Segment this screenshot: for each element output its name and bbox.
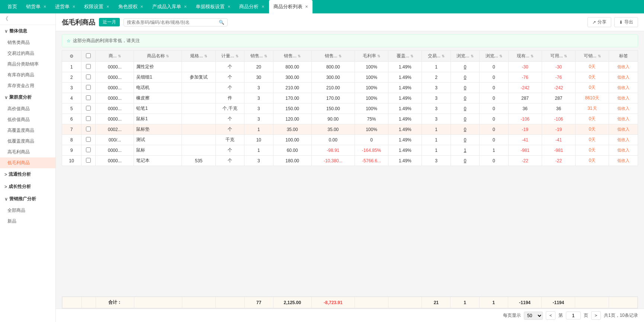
row-browse1[interactable]: 0	[451, 124, 479, 135]
sidebar-item-high-profit[interactable]: 高毛利商品	[0, 147, 55, 157]
row-browse1[interactable]: 0	[451, 114, 479, 124]
close-icon[interactable]: ×	[106, 4, 109, 9]
row-select-checkbox[interactable]	[86, 85, 91, 90]
row-checkbox[interactable]	[81, 156, 96, 166]
nav-role[interactable]: 角色授权 ×	[114, 0, 148, 13]
nav-sales[interactable]: 销货单 ×	[22, 0, 51, 13]
sidebar-group-cluster[interactable]: ∨聚群度分析	[0, 91, 55, 103]
nav-product-analysis-list[interactable]: 商品分析列表 ×	[269, 0, 313, 13]
sidebar-item-high-coverage[interactable]: 高覆盖度商品	[0, 125, 55, 136]
sidebar-collapse-btn[interactable]: 《	[3, 16, 8, 22]
row-checkbox[interactable]	[81, 103, 96, 114]
row-saleable: 0天	[576, 83, 609, 93]
close-icon[interactable]: ×	[262, 4, 265, 9]
close-icon[interactable]: ×	[44, 4, 47, 9]
sidebar-item-all-products[interactable]: 全部商品	[0, 205, 55, 216]
row-browse1[interactable]: 0	[451, 72, 479, 83]
row-checkbox[interactable]	[81, 72, 96, 83]
col-sale-count[interactable]: 销售... ⇅	[244, 51, 273, 62]
search-input[interactable]	[127, 20, 217, 25]
page-input[interactable]	[566, 312, 581, 319]
date-filter-button[interactable]: 近一月	[99, 18, 120, 26]
col-name[interactable]: 商品名称 ⇅	[134, 51, 182, 62]
sidebar-item-low-value[interactable]: 低价值商品	[0, 114, 55, 125]
row-select-checkbox[interactable]	[86, 147, 91, 152]
row-checkbox[interactable]	[81, 124, 96, 135]
sidebar-item-high-value[interactable]: 高价值商品	[0, 103, 55, 114]
nav-purchase[interactable]: 进货单 ×	[51, 0, 80, 13]
col-unit[interactable]: 计量... ⇅	[215, 51, 244, 62]
sidebar-item-low-profit[interactable]: 低毛利商品	[0, 157, 55, 168]
row-browse1[interactable]: 0	[451, 83, 479, 93]
share-button[interactable]: ↗ 分享	[587, 17, 611, 27]
row-browse2: 0	[480, 114, 508, 124]
row-select-checkbox[interactable]	[86, 95, 91, 100]
close-icon[interactable]: ×	[184, 4, 187, 9]
row-checkbox[interactable]	[81, 93, 96, 103]
row-select-checkbox[interactable]	[86, 64, 91, 69]
nav-permission[interactable]: 权限设置 ×	[80, 0, 113, 13]
sidebar-item-traded-products[interactable]: 交易过的商品	[0, 48, 55, 59]
per-page-select[interactable]: 10 20 50 100	[524, 312, 543, 320]
nav-home[interactable]: 首页	[3, 0, 22, 13]
prev-page-button[interactable]: ＜	[546, 311, 555, 320]
col-tag[interactable]: 标签	[609, 51, 638, 62]
row-select-checkbox[interactable]	[86, 74, 91, 79]
nav-product-entry[interactable]: 产成品入库单 ×	[148, 0, 191, 13]
close-icon[interactable]: ×	[73, 4, 76, 9]
sidebar-item-low-coverage[interactable]: 低覆盖度商品	[0, 136, 55, 147]
col-coverage[interactable]: 覆盖... ⇅	[388, 51, 422, 62]
col-settings[interactable]: ⚙	[62, 51, 81, 62]
row-spec	[182, 135, 215, 145]
col-code[interactable]: 商... ⇅	[96, 51, 134, 62]
row-browse1[interactable]: 0	[451, 62, 479, 72]
sidebar-item-capital[interactable]: 库存资金占用	[0, 80, 55, 91]
row-checkbox[interactable]	[81, 135, 96, 145]
col-trade[interactable]: 交易... ⇅	[422, 51, 451, 62]
row-select-checkbox[interactable]	[86, 116, 91, 121]
row-checkbox[interactable]	[81, 83, 96, 93]
row-checkbox[interactable]	[81, 62, 96, 72]
col-browse1[interactable]: 浏览... ⇅	[451, 51, 479, 62]
row-gross-margin: 0	[355, 135, 388, 145]
row-browse1[interactable]: 1	[451, 145, 479, 156]
sidebar-group-overall[interactable]: ∨整体信息	[0, 25, 55, 37]
close-icon[interactable]: ×	[305, 4, 308, 9]
sidebar-item-new-products[interactable]: 新品	[0, 216, 55, 227]
col-sale-profit[interactable]: 销售... ⇅	[311, 51, 355, 62]
sidebar-item-category-rate[interactable]: 商品分类助销率	[0, 59, 55, 70]
sidebar-item-stocked[interactable]: 有库存的商品	[0, 70, 55, 80]
nav-template[interactable]: 单据模板设置 ×	[191, 0, 235, 13]
close-icon[interactable]: ×	[140, 4, 143, 9]
row-select-checkbox[interactable]	[86, 127, 91, 131]
sidebar-group-growth[interactable]: >成长性分析	[0, 181, 55, 193]
close-icon[interactable]: ×	[228, 4, 231, 9]
col-browse2[interactable]: 浏览... ⇅	[480, 51, 508, 62]
col-checkbox[interactable]	[81, 51, 96, 62]
row-browse1[interactable]: 0	[451, 103, 479, 114]
col-sale-price[interactable]: 销售... ⇅	[273, 51, 311, 62]
nav-product-analysis[interactable]: 商品分析 ×	[235, 0, 269, 13]
select-all-checkbox[interactable]	[86, 53, 91, 58]
row-num: 2	[62, 72, 81, 83]
search-icon[interactable]: 🔍	[219, 20, 224, 25]
export-button[interactable]: ⬇ 导出	[614, 17, 638, 27]
row-checkbox[interactable]	[81, 145, 96, 156]
sidebar-group-marketing[interactable]: ∨营销推广分析	[0, 193, 55, 205]
sidebar-group-circulation[interactable]: >流通性分析	[0, 168, 55, 181]
next-page-button[interactable]: ＞	[591, 311, 601, 320]
row-select-checkbox[interactable]	[86, 137, 91, 142]
sidebar-item-sales-products[interactable]: 销售类商品	[0, 37, 55, 48]
row-browse1[interactable]: 0	[451, 135, 479, 145]
table-container[interactable]: ⚙ 商... ⇅ 商品名称 ⇅ 规格... ⇅ 计量... ⇅ 销售... ⇅ …	[56, 50, 644, 296]
row-checkbox[interactable]	[81, 114, 96, 124]
row-select-checkbox[interactable]	[86, 158, 91, 163]
row-browse1[interactable]: 0	[451, 156, 479, 166]
col-gross-margin[interactable]: 毛利率 ⇅	[355, 51, 388, 62]
col-saleable[interactable]: 可销... ⇅	[576, 51, 609, 62]
row-browse1[interactable]: 0	[451, 93, 479, 103]
col-available[interactable]: 可用... ⇅	[542, 51, 575, 62]
row-select-checkbox[interactable]	[86, 106, 91, 111]
col-current-stock[interactable]: 现有... ⇅	[508, 51, 542, 62]
col-spec[interactable]: 规格... ⇅	[182, 51, 215, 62]
